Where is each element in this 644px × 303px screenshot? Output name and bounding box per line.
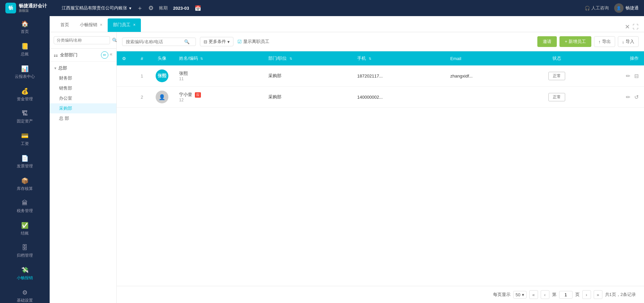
th-num: #: [133, 51, 150, 65]
dept-node-headquarters[interactable]: 总 部: [50, 113, 116, 123]
dept-search-area: 🔍: [50, 32, 116, 49]
sidebar-item-salary[interactable]: 💳 工资: [0, 128, 50, 151]
row2-delete-icon[interactable]: ↺: [634, 94, 639, 100]
sidebar-item-reports[interactable]: 📊 云报表中心: [0, 61, 50, 84]
add-button[interactable]: ＋: [137, 4, 143, 12]
sidebar: 🏠 首页 📒 总账 📊 云报表中心 💰 资金管理 🏗 固定资产 💳 工资 📄 发…: [0, 16, 50, 303]
settlement-icon: ✅: [21, 222, 29, 229]
tab-dept-close[interactable]: ×: [133, 22, 136, 27]
page-size-selector[interactable]: 50 ▾: [513, 291, 526, 299]
checkbox-icon: ☑: [237, 39, 242, 44]
dept-node-purchase[interactable]: 采购部: [50, 103, 116, 113]
headset-icon: 🎧: [585, 6, 590, 11]
dropdown-icon: ▾: [129, 6, 131, 11]
employee-panel: 🔍 ⊟ 更多条件 ▾ ☑ 显示离职员工 邀请: [117, 32, 644, 303]
top-header: 畅 畅捷通好会计 旗舰版 江西服宝精品有限责任公司内账张 ▾ ＋ ⚙ 账期 20…: [0, 0, 644, 16]
service-button[interactable]: 🎧 人工咨询: [585, 5, 609, 11]
sidebar-item-tax[interactable]: 🏛 税务管理: [0, 196, 50, 218]
tab-bar-right: ✕ ⛶: [625, 23, 639, 32]
sidebar-item-label: 首页: [21, 29, 29, 35]
dept-node-parent[interactable]: ▼ 总部: [50, 63, 116, 73]
table-row: 2 👤 宁小壹: [117, 87, 644, 108]
company-selector[interactable]: 江西服宝精品有限责任公司内账张 ▾: [62, 5, 131, 11]
th-status: 状态: [530, 51, 584, 65]
main-layout: 🏠 首页 📒 总账 📊 云报表中心 💰 资金管理 🏗 固定资产 💳 工资 📄 发…: [0, 16, 644, 303]
import-button[interactable]: ↓ 导入: [618, 36, 639, 47]
row1-name-code: 张熙 11: [174, 65, 263, 87]
sidebar-item-settlement[interactable]: ✅ 结账: [0, 218, 50, 240]
sidebar-item-basic-settings[interactable]: ⚙ 基础设置: [0, 285, 50, 303]
row1-name: 张熙: [179, 70, 258, 77]
invoice-icon: 📄: [21, 155, 29, 162]
row1-actions: ✏ ⊟: [584, 65, 644, 87]
row2-name-code-cell: 宁小壹 应 12: [179, 92, 258, 102]
last-page-button[interactable]: »: [594, 290, 602, 299]
sidebar-item-inventory[interactable]: 📦 库存核算: [0, 173, 50, 196]
row1-email: zhangxidf...: [445, 65, 530, 87]
prev-page-button[interactable]: ‹: [541, 290, 549, 299]
ledger-icon: 📒: [21, 43, 29, 50]
row1-edit-icon[interactable]: ✏: [626, 73, 630, 79]
th-dept[interactable]: 部门/职位 ⇅: [263, 51, 352, 65]
row2-actions: ✏ ↺: [584, 87, 644, 108]
expand-icon[interactable]: ⛶: [633, 23, 639, 31]
sidebar-item-invoice[interactable]: 📄 发票管理: [0, 151, 50, 173]
show-resign-checkbox[interactable]: ☑ 显示离职员工: [237, 39, 269, 45]
avatar: 👤: [614, 3, 624, 13]
row1-avatar: 张熙: [150, 65, 174, 87]
th-phone[interactable]: 手机 ⇅: [352, 51, 445, 65]
row1-exit-icon[interactable]: ⊟: [634, 73, 639, 79]
export-button[interactable]: ↑ 导出: [594, 36, 615, 47]
dept-search-icon[interactable]: 🔍: [112, 38, 117, 43]
page-size-label: 每页显示: [493, 292, 511, 298]
filter-dropdown-icon: ▾: [227, 39, 230, 44]
page-number-input[interactable]: [559, 291, 573, 299]
tab-dept-employee[interactable]: 部门员工 ×: [108, 18, 141, 32]
tab-home[interactable]: 首页: [55, 18, 74, 32]
th-name-code[interactable]: 姓名/编码 ⇅: [174, 51, 263, 65]
th-settings[interactable]: ⚙: [117, 51, 133, 65]
period-value: 2023-03: [173, 6, 189, 11]
dept-node-office[interactable]: 办公室: [50, 93, 116, 103]
row1-dept: 采购部: [263, 65, 352, 87]
sidebar-item-funds[interactable]: 💰 资金管理: [0, 84, 50, 106]
search-icon[interactable]: 🔍: [184, 39, 190, 44]
row2-avatar: 👤: [150, 87, 174, 108]
filter-button[interactable]: ⊟ 更多条件 ▾: [200, 37, 233, 46]
dept-panel: 🔍 ⚏ 全部部门 ✏ « ▼ 总部: [50, 32, 117, 303]
row1-action-btns: ✏ ⊟: [589, 73, 639, 79]
import-label: 导入: [626, 39, 634, 45]
sidebar-item-fixed-assets[interactable]: 🏗 固定资产: [0, 106, 50, 128]
collapse-button[interactable]: «: [110, 51, 112, 59]
sort-arrows-dept: ⇅: [289, 57, 292, 60]
calendar-icon[interactable]: 📅: [195, 5, 201, 11]
triangle-icon: ▼: [54, 66, 57, 70]
row1-name-code-cell: 张熙 11: [179, 70, 258, 81]
user-area[interactable]: 👤 畅捷通: [614, 3, 639, 13]
close-window-icon[interactable]: ✕: [625, 23, 630, 31]
sidebar-item-archive[interactable]: 🗄 归档管理: [0, 240, 50, 262]
dept-office-label: 办公室: [59, 96, 72, 101]
sidebar-item-ledger[interactable]: 📒 总账: [0, 39, 50, 61]
dept-node-sales[interactable]: 销售部: [50, 83, 116, 93]
expense-icon: 💸: [21, 266, 29, 274]
invite-button[interactable]: 邀请: [537, 36, 557, 47]
sidebar-item-home[interactable]: 🏠 首页: [0, 16, 50, 39]
pagination: 每页显示 50 ▾ « ‹ 第 页 ›: [117, 286, 644, 303]
tab-expense[interactable]: 小畅报销 ×: [74, 18, 108, 32]
sort-arrows-phone: ⇅: [369, 57, 371, 60]
add-dept-button[interactable]: ✏: [101, 51, 108, 59]
sidebar-item-expense[interactable]: 💸 小畅报销: [0, 262, 50, 285]
add-employee-button[interactable]: + 新增员工: [559, 36, 591, 47]
row2-edit-icon[interactable]: ✏: [626, 94, 630, 100]
page-size-value: 50: [516, 292, 520, 297]
settings-button[interactable]: ⚙: [148, 4, 154, 12]
tab-expense-close[interactable]: ×: [100, 22, 102, 27]
first-page-button[interactable]: «: [529, 290, 538, 299]
next-page-button[interactable]: ›: [582, 290, 591, 299]
dept-search-input[interactable]: [54, 36, 110, 44]
employee-search-input[interactable]: [126, 39, 182, 44]
table-body: 1 张熙 张熙 11: [117, 65, 644, 108]
sidebar-item-label: 工资: [21, 141, 29, 147]
dept-node-finance[interactable]: 财务部: [50, 73, 116, 83]
